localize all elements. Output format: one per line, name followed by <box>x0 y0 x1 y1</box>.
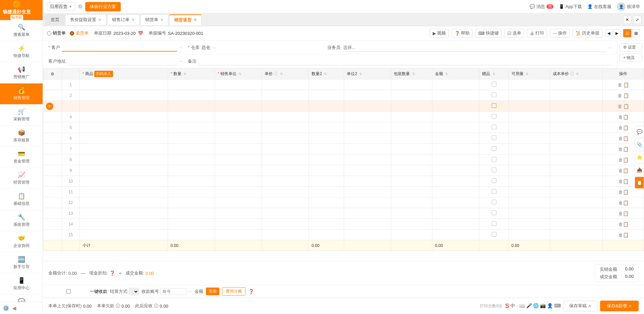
list-view-btn[interactable]: ☰ <box>623 29 631 37</box>
radio-return-input[interactable] <box>70 31 74 36</box>
warehouse-ellipsis[interactable]: ··· <box>212 45 216 50</box>
delete-icon[interactable]: 🗑 <box>618 146 623 152</box>
cost-sort-icon[interactable]: ⇅ <box>576 72 579 76</box>
pack-cell-1[interactable] <box>391 79 432 90</box>
u2-cell-1[interactable] <box>344 79 391 90</box>
delete-icon[interactable]: 🗑 <box>618 125 623 130</box>
delete-icon[interactable]: 🗑 <box>618 114 623 120</box>
sidebar-item-enterprise[interactable]: 🤝 企业协同 <box>0 231 43 252</box>
product-input-active[interactable] <box>83 104 165 109</box>
scan-btn[interactable]: 扫码录入 <box>94 71 113 77</box>
copy-icon[interactable]: 📋 <box>623 200 629 205</box>
discount-help-icon[interactable]: ❓ <box>109 270 115 276</box>
copy-icon-1[interactable]: 📋 <box>623 82 629 87</box>
gift-checkbox[interactable] <box>492 210 496 215</box>
copy-icon[interactable]: 📋 <box>623 222 629 227</box>
cost-cell-add[interactable] <box>550 101 603 112</box>
radio-sales[interactable]: 销货单 <box>47 30 66 36</box>
amount-cell-add[interactable] <box>432 101 479 112</box>
add-row-btn[interactable]: + <box>46 103 53 110</box>
delete-icon[interactable]: 🗑 <box>618 168 623 173</box>
help-btn[interactable]: ❓ 帮助 <box>451 29 473 38</box>
history-btn[interactable]: 📜 历史单据 <box>573 29 602 38</box>
address-input[interactable] <box>68 57 177 65</box>
delete-icon[interactable]: 🗑 <box>618 157 623 163</box>
price-cell-1[interactable] <box>262 79 309 90</box>
gift-checkbox[interactable] <box>492 135 496 140</box>
customer-input[interactable] <box>62 43 177 52</box>
gift-sort-icon[interactable]: ⇅ <box>492 72 495 76</box>
user-avatar[interactable]: 👤 徐泽华 <box>617 2 640 11</box>
sidebar-item-search[interactable]: 🔍 搜索菜单 <box>0 20 43 41</box>
u2-sort-icon[interactable]: ⇅ <box>359 72 362 76</box>
topbar-gear-icon[interactable]: ⚙ <box>78 3 83 10</box>
avail-sort-icon[interactable]: ⇅ <box>526 72 528 76</box>
close-all-btn[interactable]: ✕ <box>623 16 631 24</box>
radio-sales-input[interactable] <box>47 31 51 36</box>
next-btn[interactable]: ▶ <box>613 29 621 37</box>
gift-checkbox[interactable] <box>492 114 496 119</box>
copy-icon[interactable]: 📋 <box>623 114 629 120</box>
u2-cell-add[interactable] <box>344 101 391 112</box>
delete-icon[interactable]: 🗑 <box>618 136 623 141</box>
sidebar-item-operations[interactable]: 📈 经营管理 <box>0 168 43 189</box>
copy-icon[interactable]: 📋 <box>623 189 629 195</box>
account-input[interactable] <box>160 288 187 295</box>
ops-btn[interactable]: ⋯ 操作 <box>550 29 570 38</box>
gift-cell-2[interactable] <box>479 90 509 101</box>
gift-checkbox[interactable] <box>492 146 496 151</box>
gift-checkbox-2[interactable] <box>492 92 496 97</box>
product-cell-2[interactable] <box>79 90 168 101</box>
tab-home[interactable]: 首页 <box>46 14 64 25</box>
q2-cell-1[interactable] <box>309 79 344 90</box>
tab-sales[interactable]: 销货单 ✕ <box>140 14 168 25</box>
amount-cell-1[interactable] <box>432 79 479 90</box>
gift-checkbox-add[interactable] <box>492 103 496 108</box>
print-btn[interactable]: 🖨 打印 <box>527 29 547 38</box>
sidebar-item-purchase[interactable]: 🛒 采购管理 <box>0 105 43 126</box>
gift-cell-1[interactable] <box>479 79 509 90</box>
quantity-cell-1[interactable] <box>168 79 215 90</box>
quantity-sort-icon[interactable]: ⇅ <box>183 72 186 76</box>
copy-icon[interactable]: 📋 <box>623 146 629 152</box>
account-ellipsis[interactable]: ··· <box>189 289 192 294</box>
sidebar-item-system[interactable]: 🔧 系统管理 <box>0 210 43 231</box>
salesperson-ellipsis[interactable]: ··· <box>608 45 612 50</box>
fee-split-btn[interactable]: 费用分摊 <box>222 287 246 296</box>
app-download-btn[interactable]: 📱 App下载 <box>559 4 582 10</box>
avail-cell-1[interactable] <box>508 79 550 90</box>
price-sort-icon[interactable]: ⇅ <box>280 72 283 76</box>
delete-icon-2[interactable]: 🗑 <box>618 93 622 98</box>
collapse-icon[interactable]: ◀ <box>12 305 16 311</box>
price-cell-add[interactable] <box>262 101 309 112</box>
float-attachment[interactable]: 📎 <box>635 138 644 150</box>
sidebar-item-finance[interactable]: 💳 资金管理 <box>0 147 43 168</box>
tab-price-settings[interactable]: 售价提取设置 ✕ <box>65 14 106 25</box>
pack-cell-2[interactable] <box>391 90 432 101</box>
copy-icon-add[interactable]: 📋 <box>623 104 629 109</box>
sidebar-item-marketing[interactable]: 📢 营销推广 <box>0 62 43 83</box>
gift-checkbox[interactable] <box>492 125 496 129</box>
copy-icon[interactable]: 📋 <box>623 179 629 184</box>
delete-icon-1[interactable]: 🗑 <box>618 82 622 87</box>
sidebar-item-appcenter[interactable]: 📱 应用中心 <box>0 273 43 295</box>
delete-icon[interactable]: 🗑 <box>618 211 623 216</box>
online-service-btn[interactable]: 👤 在线客服 <box>587 4 611 10</box>
copy-icon[interactable]: 📋 <box>623 125 629 130</box>
tab-sales-order-close[interactable]: ✕ <box>131 18 135 22</box>
sidebar-item-basic[interactable]: 📋 基础信息 <box>0 189 43 210</box>
float-comment[interactable]: 💬 <box>635 126 644 138</box>
copy-icon[interactable]: 📋 <box>623 157 629 163</box>
unit-cell-add[interactable] <box>215 101 262 112</box>
q2-cell-2[interactable] <box>309 90 344 101</box>
select-btn[interactable]: ☑ 选单 <box>504 29 524 38</box>
tab-price-settings-close[interactable]: ✕ <box>98 18 101 22</box>
u2-cell-2[interactable] <box>344 90 391 101</box>
unit-cell-1[interactable] <box>215 79 262 90</box>
copy-icon[interactable]: 📋 <box>623 232 629 238</box>
tab-sales-return-close[interactable]: ✕ <box>194 18 197 22</box>
pack-sort-icon[interactable]: ⇅ <box>412 72 415 76</box>
quantity-cell-add[interactable] <box>168 101 215 112</box>
radio-return[interactable]: 退货单 <box>70 30 89 36</box>
product-cell-1[interactable] <box>79 79 168 90</box>
